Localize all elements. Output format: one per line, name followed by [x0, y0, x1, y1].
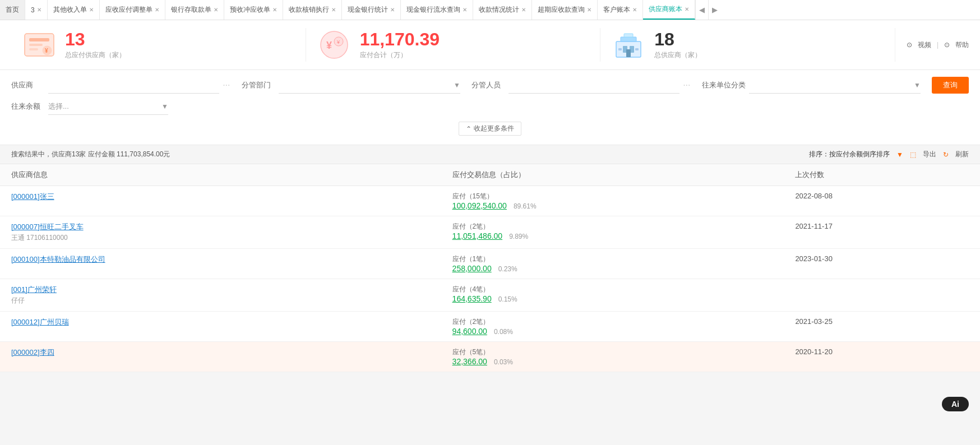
filter-balance: 往来余额 选择... ▼ — [11, 98, 168, 115]
nav-home[interactable]: 首页 — [0, 0, 25, 20]
supplier-link[interactable]: [000100]本特勒油品有限公司 — [11, 255, 105, 263]
payable-suppliers-label: 总应付供应商（家） — [65, 50, 126, 60]
supplier-link[interactable]: [000002]李四 — [11, 348, 54, 356]
nav-close-customer-ledger[interactable]: ✕ — [632, 7, 637, 13]
nav-cash-flow[interactable]: 现金银行流水查询 ✕ — [401, 0, 473, 20]
supplier-sub: 仔仔 — [11, 296, 430, 305]
supplier-sub: 王通 17106110000 — [11, 233, 430, 243]
supplier-info-cell: [000001]张三 — [0, 186, 441, 216]
supplier-info-cell: [000100]本特勒油品有限公司 — [0, 249, 441, 279]
sort-label[interactable]: 排序：按应付余额倒序排序 — [809, 150, 890, 159]
top-right-links: ⊙ 视频 | ⊙ 帮助 — [895, 40, 969, 50]
nav-other-income[interactable]: 其他收入单 ✕ — [48, 0, 100, 20]
filter-row-2: 往来余额 选择... ▼ — [11, 98, 969, 115]
filter-department: 分管部门 ▼ — [242, 77, 461, 94]
tx-amount[interactable]: 94,600.00 — [452, 327, 487, 336]
tx-label: 应付（5笔） — [452, 347, 773, 357]
nav-supplier-ledger[interactable]: 供应商账本 ✕ — [643, 0, 695, 20]
filter-person: 分管人员 ··· — [471, 77, 691, 94]
department-select[interactable]: ▼ — [279, 77, 461, 94]
nav-payment-verify[interactable]: 收款核销执行 ✕ — [283, 0, 342, 20]
tx-percentage: 0.23% — [498, 265, 517, 273]
supplier-link[interactable]: [000001]张三 — [11, 192, 54, 201]
supplier-link[interactable]: [000012]广州贝瑞 — [11, 318, 69, 326]
nav-cash-stats[interactable]: 现金银行统计 ✕ — [342, 0, 401, 20]
nav-customer-ledger[interactable]: 客户账本 ✕ — [598, 0, 643, 20]
last-pay-cell: 2021-11-17 — [784, 216, 980, 249]
table-row: [000012]广州贝瑞应付（2笔）94,600.000.08%2021-03-… — [0, 312, 980, 342]
nav-3[interactable]: 3 ✕ — [25, 0, 48, 20]
help-icon: ⊙ — [944, 41, 950, 49]
tx-label: 应付（2笔） — [452, 317, 773, 327]
nav-close-cash-flow[interactable]: ✕ — [463, 7, 467, 13]
nav-overdue-query[interactable]: 超期应收款查询 ✕ — [532, 0, 598, 20]
tx-amount[interactable]: 100,092,540.00 — [452, 201, 507, 210]
table-row: [000001]张三应付（15笔）100,092,540.0089.61%202… — [0, 186, 980, 216]
total-suppliers-number: 18 — [654, 30, 701, 48]
nav-close-adjustment[interactable]: ✕ — [155, 7, 159, 13]
department-label: 分管部门 — [242, 80, 275, 90]
filter-category: 往来单位分类 ▼ — [702, 77, 921, 94]
tx-amount[interactable]: 32,366.00 — [452, 357, 487, 366]
nav-close-supplier-ledger[interactable]: ✕ — [685, 6, 689, 12]
top-navigation: 首页 3 ✕ 其他收入单 ✕ 应收应付调整单 ✕ 银行存取款单 ✕ 预收冲应收单… — [0, 0, 980, 20]
svg-rect-16 — [635, 48, 639, 50]
person-ellipsis: ··· — [683, 80, 690, 90]
person-input[interactable] — [509, 77, 679, 94]
nav-payment-stats[interactable]: 收款情况统计 ✕ — [473, 0, 532, 20]
nav-close-other-income[interactable]: ✕ — [89, 7, 94, 13]
stat-payable-suppliers: ¥ 13 总应付供应商（家） — [11, 28, 306, 62]
tx-info-cell: 应付（2笔）94,600.000.08% — [441, 312, 784, 342]
tx-label: 应付（2笔） — [452, 222, 773, 231]
nav-prepay[interactable]: 预收冲应收单 ✕ — [224, 0, 283, 20]
nav-next-arrow[interactable]: ▶ — [708, 0, 721, 20]
tx-percentage: 89.61% — [514, 202, 537, 210]
filter-row-1: 供应商 ··· 分管部门 ▼ 分管人员 ··· 往来单位分类 ▼ 查询 — [11, 77, 969, 94]
svg-rect-12 — [624, 34, 633, 37]
nav-prev-arrow[interactable]: ◀ — [695, 0, 708, 20]
help-link[interactable]: 帮助 — [955, 40, 969, 50]
tx-amount[interactable]: 11,051,486.00 — [452, 231, 503, 240]
svg-text:¥: ¥ — [336, 39, 340, 45]
export-button[interactable]: 导出 — [923, 150, 936, 159]
balance-label: 往来余额 — [11, 101, 45, 112]
payable-total-label: 应付合计（万） — [360, 50, 440, 60]
nav-close-payment-stats[interactable]: ✕ — [521, 7, 526, 13]
balance-select[interactable]: 选择... ▼ — [48, 98, 168, 115]
sort-arrow-icon: ▼ — [896, 151, 903, 159]
collapse-label: 收起更多条件 — [474, 124, 514, 133]
supplier-input[interactable] — [48, 77, 219, 94]
tx-label: 应付（1笔） — [452, 254, 773, 264]
stats-bar: ¥ 13 总应付供应商（家） ¥ ¥ 11,170.39 应付合计（万） — [0, 20, 980, 70]
nav-close-3[interactable]: ✕ — [37, 7, 41, 13]
balance-arrow-icon: ▼ — [161, 103, 168, 110]
refresh-icon: ↻ — [943, 151, 949, 159]
collapse-area: ⌃ 收起更多条件 — [11, 119, 969, 140]
supplier-link[interactable]: [000007]恒旺二手叉车 — [11, 222, 84, 231]
collapse-button[interactable]: ⌃ 收起更多条件 — [459, 122, 521, 136]
payable-suppliers-number: 13 — [65, 30, 126, 48]
tx-amount[interactable]: 164,635.90 — [452, 294, 492, 303]
table-row: [000002]李四应付（5笔）32,366.000.03%2020-11-20 — [0, 342, 980, 372]
last-pay-cell: 2023-01-30 — [784, 249, 980, 279]
nav-close-bank-deposit[interactable]: ✕ — [214, 7, 218, 13]
nav-bank-deposit[interactable]: 银行存取款单 ✕ — [165, 0, 224, 20]
nav-close-prepay[interactable]: ✕ — [272, 7, 277, 13]
supplier-ellipsis: ··· — [223, 80, 230, 90]
nav-close-payment-verify[interactable]: ✕ — [331, 7, 336, 13]
category-select[interactable]: ▼ — [749, 77, 921, 94]
table-row: [001]广州荣轩仔仔应付（4笔）164,635.900.15% — [0, 279, 980, 312]
filter-supplier: 供应商 ··· — [11, 77, 230, 94]
query-button[interactable]: 查询 — [932, 77, 969, 94]
collapse-up-icon: ⌃ — [466, 125, 471, 133]
refresh-button[interactable]: 刷新 — [955, 150, 969, 159]
last-pay-cell: 2021-03-25 — [784, 312, 980, 342]
nav-adjustment[interactable]: 应收应付调整单 ✕ — [100, 0, 165, 20]
supplier-link[interactable]: [001]广州荣轩 — [11, 285, 57, 294]
nav-close-overdue-query[interactable]: ✕ — [587, 7, 591, 13]
tx-amount[interactable]: 258,000.00 — [452, 264, 492, 273]
nav-close-cash-stats[interactable]: ✕ — [390, 7, 395, 13]
svg-rect-11 — [621, 37, 636, 41]
video-link[interactable]: 视频 — [918, 40, 931, 50]
supplier-info-cell: [000012]广州贝瑞 — [0, 312, 441, 342]
